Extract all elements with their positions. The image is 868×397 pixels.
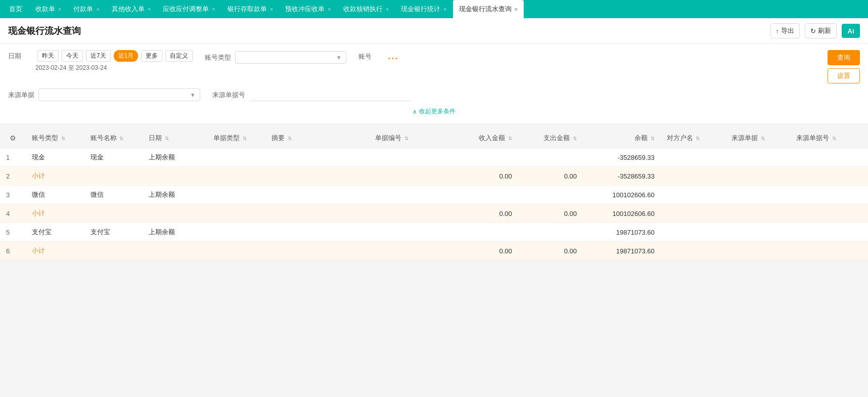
page-header: 现金银行流水查询 ↑ 导出 ↻ 刷新 Ai — [0, 18, 868, 44]
table-header: ⚙ 账号类型 ⇅ 账号名称 ⇅ 日期 ⇅ 单据类型 ⇅ — [0, 128, 868, 148]
sort-icon: ⇅ — [243, 136, 247, 141]
acct-type-filter: 账号类型 ▾ — [205, 51, 346, 64]
sort-icon: ⇅ — [573, 136, 577, 141]
date-btn-custom[interactable]: 自定义 — [165, 50, 193, 62]
nav-home[interactable]: 首页 — [2, 5, 29, 14]
sort-icon: ⇅ — [288, 136, 292, 141]
sort-icon: ⇅ — [761, 136, 765, 141]
sort-icon: ⇅ — [404, 136, 408, 141]
src-docnum-input[interactable] — [249, 89, 411, 101]
chevron-down-icon: ▾ — [191, 91, 195, 99]
col-acct-name[interactable]: 账号名称 ⇅ — [84, 128, 143, 148]
sort-icon: ⇅ — [119, 136, 123, 141]
close-icon[interactable]: × — [58, 6, 61, 12]
close-icon[interactable]: × — [148, 6, 151, 12]
acct-filter: 账号 ... — [358, 51, 398, 62]
acct-type-label: 账号类型 — [205, 53, 231, 62]
collapse-bar[interactable]: ∧ 收起更多条件 — [8, 105, 860, 118]
top-nav: 首页 收款单 × 付款单 × 其他收入单 × 应收应付调整单 × 银行存取款单 … — [0, 0, 868, 18]
sort-icon: ⇅ — [165, 136, 169, 141]
src-docnum-filter: 来源单据号 — [212, 89, 411, 101]
nav-tab-7[interactable]: 现金银行统计 × — [395, 0, 452, 18]
acct-label: 账号 — [358, 52, 384, 61]
table-row[interactable]: 4小计0.000.00100102606.60 — [0, 204, 868, 223]
table-container: ⚙ 账号类型 ⇅ 账号名称 ⇅ 日期 ⇅ 单据类型 ⇅ — [0, 128, 868, 260]
query-button[interactable]: 查询 — [828, 50, 860, 65]
nav-tab-6[interactable]: 收款核销执行 × — [337, 0, 395, 18]
close-icon[interactable]: × — [270, 6, 273, 12]
col-doc-num[interactable]: 单据编号 ⇅ — [369, 128, 453, 148]
close-icon[interactable]: × — [515, 6, 518, 12]
col-doc-type[interactable]: 单据类型 ⇅ — [207, 128, 265, 148]
table-row[interactable]: 5支付宝支付宝上期余额19871073.60 — [0, 223, 868, 242]
chevron-down-icon: ▾ — [337, 54, 341, 61]
export-icon: ↑ — [776, 27, 780, 35]
nav-tab-2[interactable]: 其他收入单 × — [106, 0, 157, 18]
col-src-doc[interactable]: 来源单据 ⇅ — [725, 128, 790, 148]
data-table: ⚙ 账号类型 ⇅ 账号名称 ⇅ 日期 ⇅ 单据类型 ⇅ — [0, 128, 868, 260]
refresh-button[interactable]: ↻ 刷新 — [805, 23, 837, 38]
ai-button[interactable]: Ai — [842, 24, 860, 38]
sort-icon: ⇅ — [832, 136, 836, 141]
nav-tab-5[interactable]: 预收冲应收单 × — [279, 0, 337, 18]
refresh-icon: ↻ — [810, 27, 816, 35]
col-counterpart[interactable]: 对方户名 ⇅ — [661, 128, 725, 148]
close-icon[interactable]: × — [212, 6, 215, 12]
sort-icon: ⇅ — [651, 136, 655, 141]
date-options: 昨天 今天 近7天 近1月 更多 自定义 — [37, 50, 193, 62]
acct-dots-button[interactable]: ... — [388, 51, 398, 62]
src-doc-select[interactable]: ▾ — [38, 89, 200, 101]
close-icon[interactable]: × — [96, 6, 99, 12]
col-src-docnum[interactable]: 来源单据号 ⇅ — [790, 128, 868, 148]
gear-icon[interactable]: ⚙ — [10, 134, 16, 142]
col-summary[interactable]: 摘要 ⇅ — [265, 128, 369, 148]
src-doc-label: 来源单据 — [8, 91, 34, 100]
action-buttons: 查询 设置 — [828, 50, 860, 83]
collapse-icon: ∧ — [413, 108, 417, 115]
date-filter: 日期 昨天 今天 近7天 近1月 更多 自定义 2023-02-24 至 202… — [8, 50, 193, 72]
col-expense[interactable]: 支出金额 ⇅ — [518, 128, 583, 148]
table-row[interactable]: 2小计0.000.00-3528659.33 — [0, 167, 868, 186]
date-range: 2023-02-24 至 2023-03-24 — [35, 64, 107, 71]
table-row[interactable]: 3微信微信上期余额100102606.60 — [0, 186, 868, 204]
close-icon[interactable]: × — [443, 6, 446, 12]
col-acct-type[interactable]: 账号类型 ⇅ — [26, 128, 84, 148]
col-date[interactable]: 日期 ⇅ — [143, 128, 207, 148]
nav-tab-3[interactable]: 应收应付调整单 × — [157, 0, 221, 18]
src-doc-filter: 来源单据 ▾ — [8, 89, 200, 101]
nav-tab-0[interactable]: 收款单 × — [29, 0, 67, 18]
col-gear[interactable]: ⚙ — [0, 128, 26, 148]
export-button[interactable]: ↑ 导出 — [770, 23, 800, 38]
date-btn-today[interactable]: 今天 — [62, 50, 83, 62]
sort-icon: ⇅ — [61, 136, 65, 141]
filter-section: 日期 昨天 今天 近7天 近1月 更多 自定义 2023-02-24 至 202… — [0, 44, 868, 124]
page-title: 现金银行流水查询 — [8, 25, 81, 37]
date-label: 日期 — [8, 52, 33, 61]
nav-tab-4[interactable]: 银行存取款单 × — [221, 0, 279, 18]
acct-type-select[interactable]: ▾ — [235, 51, 346, 64]
nav-tab-1[interactable]: 付款单 × — [67, 0, 105, 18]
table-row[interactable]: 1现金现金上期余额-3528659.33 — [0, 148, 868, 167]
date-btn-1month[interactable]: 近1月 — [114, 50, 139, 62]
date-btn-yesterday[interactable]: 昨天 — [37, 50, 59, 62]
setting-button[interactable]: 设置 — [828, 68, 860, 83]
close-icon[interactable]: × — [328, 6, 331, 12]
sort-icon: ⇅ — [696, 136, 700, 141]
col-balance[interactable]: 余额 ⇅ — [583, 128, 661, 148]
nav-tab-8[interactable]: 现金银行流水查询 × — [453, 0, 524, 18]
close-icon[interactable]: × — [386, 6, 389, 12]
col-income[interactable]: 收入金额 ⇅ — [453, 128, 518, 148]
date-btn-more[interactable]: 更多 — [141, 50, 162, 62]
src-docnum-label: 来源单据号 — [212, 91, 245, 100]
sort-icon: ⇅ — [508, 136, 512, 141]
table-row[interactable]: 6小计0.000.0019871073.60 — [0, 242, 868, 260]
date-btn-7days[interactable]: 近7天 — [86, 50, 111, 62]
header-actions: ↑ 导出 ↻ 刷新 Ai — [770, 23, 860, 38]
